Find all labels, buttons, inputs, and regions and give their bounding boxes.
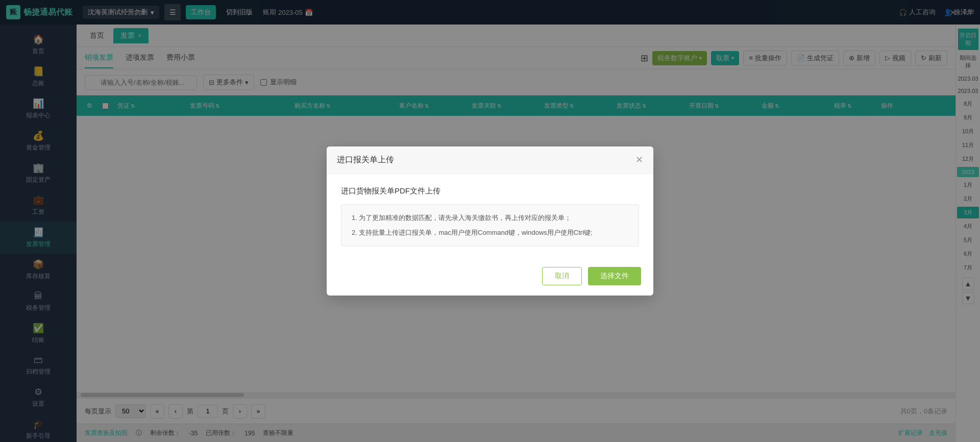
modal-close-btn[interactable]: ✕ bbox=[635, 155, 643, 164]
modal-info-item-2: 2. 支持批量上传进口报关单，mac用户使用Command键，windows用户… bbox=[352, 228, 628, 238]
modal-title: 进口报关单上传 bbox=[337, 155, 394, 165]
modal-cancel-btn[interactable]: 取消 bbox=[542, 267, 582, 285]
modal-footer: 取消 选择文件 bbox=[327, 259, 653, 296]
modal-section-title: 进口货物报关单PDF文件上传 bbox=[341, 186, 639, 196]
modal-info-box: 1. 为了更加精准的数据匹配，请先录入海关缴款书，再上传对应的报关单； 2. 支… bbox=[341, 204, 639, 247]
modal-info-item-1: 1. 为了更加精准的数据匹配，请先录入海关缴款书，再上传对应的报关单； bbox=[352, 213, 628, 224]
modal-select-file-btn[interactable]: 选择文件 bbox=[588, 267, 641, 285]
modal-overlay: 进口报关单上传 ✕ 进口货物报关单PDF文件上传 1. 为了更加精准的数据匹配，… bbox=[0, 0, 980, 442]
import-modal: 进口报关单上传 ✕ 进口货物报关单PDF文件上传 1. 为了更加精准的数据匹配，… bbox=[327, 146, 653, 296]
modal-body: 进口货物报关单PDF文件上传 1. 为了更加精准的数据匹配，请先录入海关缴款书，… bbox=[327, 174, 653, 259]
modal-header: 进口报关单上传 ✕ bbox=[327, 146, 653, 174]
